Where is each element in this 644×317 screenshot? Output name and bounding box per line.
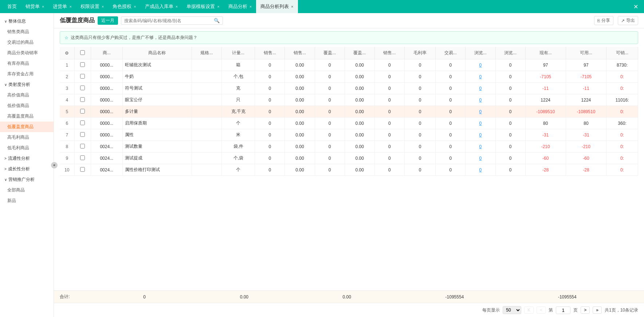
row-browse1[interactable]: 0 <box>466 83 495 94</box>
row-gross: 0 <box>404 152 436 164</box>
sidebar-section-growth[interactable]: > 成长性分析 <box>0 164 54 174</box>
row-curr: -60 <box>525 152 566 164</box>
col-checkbox[interactable] <box>74 47 91 59</box>
sidebar-item-new-goods[interactable]: 新品 <box>0 195 54 206</box>
row-browse1[interactable]: 0 <box>466 129 495 141</box>
row-checkbox[interactable] <box>74 59 91 71</box>
row-checkbox[interactable] <box>74 94 91 106</box>
row-browse1[interactable]: 0 <box>466 164 495 176</box>
row-checkbox[interactable] <box>74 106 91 118</box>
row-trade: 0 <box>436 71 466 83</box>
nav-close-finished-goods[interactable]: × <box>176 4 178 9</box>
row-avail: 97 <box>566 59 606 71</box>
prev-page-button[interactable]: < <box>537 306 546 314</box>
row-browse1[interactable]: 0 <box>466 94 495 106</box>
row-browse1[interactable]: 0 <box>466 152 495 164</box>
nav-close-permission[interactable]: × <box>102 4 104 9</box>
row-curr: 80 <box>525 118 566 129</box>
sidebar-item-high-value[interactable]: 高价值商品 <box>0 90 54 100</box>
row-cov1: 0 <box>315 83 345 94</box>
sidebar-item-in-stock[interactable]: 有库存商品 <box>0 58 54 69</box>
row-checkbox[interactable] <box>74 141 91 152</box>
nav-goods-analysis[interactable]: 商品分析 × <box>224 0 256 13</box>
nav-close-sales-order[interactable]: × <box>42 4 44 9</box>
sidebar-section-flow[interactable]: > 流通性分析 <box>0 153 54 164</box>
row-num: 1 <box>60 59 74 71</box>
col-settings[interactable]: ⚙ <box>60 47 74 59</box>
per-page-select[interactable]: 50 100 200 <box>503 306 521 314</box>
sidebar-item-high-coverage[interactable]: 高覆盖度商品 <box>0 111 54 122</box>
table-row: 10 0024... 属性价格打印测试 个 0 0.00 0 0.00 0 0 … <box>60 164 638 176</box>
search-input[interactable] <box>124 18 214 23</box>
next-page-button[interactable]: > <box>581 306 590 314</box>
nav-goods-analysis-list[interactable]: 商品分析列表 × <box>256 0 298 13</box>
table-row: 9 0024... 测试提成 个,袋 0 0.00 0 0.00 0 0 0 0… <box>60 152 638 164</box>
row-browse1[interactable]: 0 <box>466 59 495 71</box>
nav-sales-order[interactable]: 销货单 × <box>21 0 48 13</box>
nav-role-auth[interactable]: 角色授权 × <box>108 0 140 13</box>
search-box[interactable]: 🔍 <box>121 16 223 25</box>
sidebar-section-coverage[interactable]: ∨ 类射度分析 <box>0 79 54 90</box>
sidebar-item-sales-goods[interactable]: 销售类商品 <box>0 27 54 37</box>
row-checkbox[interactable] <box>74 129 91 141</box>
page-input[interactable] <box>556 306 570 314</box>
sidebar-collapse-button[interactable]: « <box>51 162 58 169</box>
sidebar-item-low-coverage[interactable]: 低覆盖度商品 <box>0 122 54 132</box>
nav-permission-settings[interactable]: 权限设置 × <box>76 0 108 13</box>
row-cov1: 0 <box>315 141 345 152</box>
last-page-button[interactable]: » <box>593 306 602 314</box>
nav-template-settings[interactable]: 单据模板设置 × <box>182 0 224 13</box>
col-browse1: 浏览... <box>466 47 495 59</box>
first-page-button[interactable]: K <box>524 306 534 314</box>
row-checkbox[interactable] <box>74 71 91 83</box>
select-all-checkbox[interactable] <box>80 50 85 55</box>
row-unit: 袋,件 <box>222 141 255 152</box>
nav-close-template[interactable]: × <box>217 4 219 9</box>
row-spec <box>192 141 221 152</box>
row-name: 启用保质期 <box>122 118 192 129</box>
row-browse1[interactable]: 0 <box>466 118 495 129</box>
row-checkbox[interactable] <box>74 118 91 129</box>
sidebar-item-category-sales-rate[interactable]: 商品分类动销率 <box>0 48 54 58</box>
col-sellable: 可销... <box>606 47 638 59</box>
row-sales2: 0.00 <box>285 59 315 71</box>
sidebar-item-low-value[interactable]: 低价值商品 <box>0 100 54 111</box>
row-browse1[interactable]: 0 <box>466 71 495 83</box>
export-button[interactable]: ↗ 导出 <box>618 16 638 25</box>
table-container[interactable]: ⚙ 商... 商品名称 规格... 计量... 销售... 销售... 覆盖..… <box>54 47 644 290</box>
row-sellable: 0: <box>606 83 638 94</box>
row-checkbox[interactable] <box>74 164 91 176</box>
sidebar-item-traded-goods[interactable]: 交易过的商品 <box>0 37 54 48</box>
nav-purchase-order[interactable]: 进货单 × <box>48 0 76 13</box>
row-browse1[interactable]: 0 <box>466 106 495 118</box>
row-spec <box>192 83 221 94</box>
row-checkbox[interactable] <box>74 152 91 164</box>
sidebar-item-high-margin[interactable]: 高毛利商品 <box>0 132 54 143</box>
nav-close-role-auth[interactable]: × <box>134 4 136 9</box>
col-unit: 计量... <box>222 47 255 59</box>
col-gross: 毛利率 <box>404 47 436 59</box>
sidebar-item-low-margin[interactable]: 低毛利商品 <box>0 143 54 153</box>
nav-finished-goods[interactable]: 产成品入库单 × <box>141 0 182 13</box>
share-button[interactable]: ⎘ 分享 <box>594 16 613 25</box>
row-curr: -28 <box>525 164 566 176</box>
row-browse1[interactable]: 0 <box>466 141 495 152</box>
sidebar-item-stock-capital[interactable]: 库存资金占用 <box>0 69 54 79</box>
window-close-button[interactable]: ✕ <box>631 3 641 10</box>
period-button[interactable]: 近一月 <box>98 16 118 25</box>
sidebar-item-all-goods[interactable]: 全部商品 <box>0 185 54 195</box>
row-unit: 只 <box>222 94 255 106</box>
row-checkbox[interactable] <box>74 83 91 94</box>
nav-close-purchase-order[interactable]: × <box>69 4 71 9</box>
sidebar-section-overall[interactable]: ∨ 整体信息 <box>0 16 54 27</box>
row-sales3: 0 <box>374 118 404 129</box>
nav-close-goods-analysis[interactable]: × <box>250 4 252 9</box>
section-promo-label: 营销推广分析 <box>8 177 35 183</box>
row-avail: -11 <box>566 83 606 94</box>
nav-home[interactable]: 首页 <box>3 0 21 13</box>
nav-close-goods-analysis-list[interactable]: × <box>291 4 293 9</box>
export-icon: ↗ <box>621 18 625 23</box>
row-spec <box>192 59 221 71</box>
section-coverage-label: 类射度分析 <box>8 82 30 88</box>
sidebar-section-promo[interactable]: ∨ 营销推广分析 <box>0 174 54 185</box>
